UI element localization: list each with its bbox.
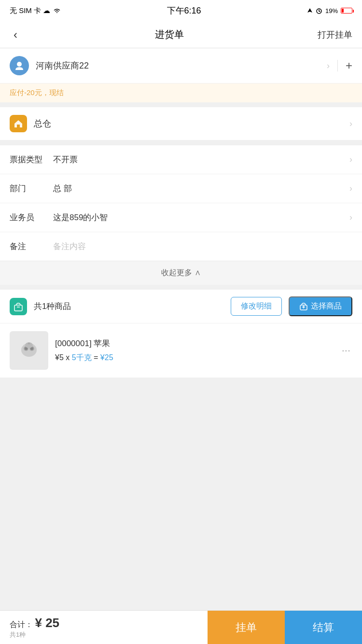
products-card: 共1种商品 修改明细 选择商品 bbox=[0, 290, 362, 378]
hang-button[interactable]: 挂单 bbox=[208, 611, 285, 644]
battery-icon bbox=[341, 8, 352, 14]
status-time: 下午6:16 bbox=[167, 5, 201, 16]
modify-detail-button[interactable]: 修改明细 bbox=[231, 297, 282, 316]
svg-line-3 bbox=[319, 11, 320, 12]
alarm-icon bbox=[316, 7, 322, 14]
total-row: 合计： ¥ 25 bbox=[10, 616, 198, 630]
dept-chevron-icon: › bbox=[349, 183, 352, 194]
battery-text: 19% bbox=[325, 7, 338, 14]
bottom-bar: 合计： ¥ 25 共1种 挂单 结算 bbox=[0, 610, 362, 644]
total-count: 共1种 bbox=[10, 630, 198, 639]
dept-row[interactable]: 部门 总 部 › bbox=[0, 174, 362, 203]
dept-value: 总 部 bbox=[48, 183, 349, 194]
sim-text: 无 SIM 卡 ☁ bbox=[10, 6, 50, 15]
product-info: [0000001] 苹果 ¥5 x 5千克 = ¥25 bbox=[55, 338, 333, 363]
total-amount: ¥ 25 bbox=[35, 616, 59, 630]
warehouse-chevron-icon: › bbox=[349, 119, 352, 129]
supplier-card: 河南供应商22 › + 应付-20元，现结 bbox=[0, 48, 362, 102]
svg-marker-0 bbox=[307, 8, 312, 13]
nav-bar: ‹ 进货单 打开挂单 bbox=[0, 21, 362, 48]
svg-rect-5 bbox=[17, 125, 20, 127]
owl-logo-icon bbox=[17, 336, 41, 361]
supplier-chevron-icon: › bbox=[327, 61, 330, 71]
page-title: 进货单 bbox=[155, 28, 184, 41]
staff-chevron-icon: › bbox=[349, 212, 352, 223]
product-name: [0000001] 苹果 bbox=[55, 338, 333, 349]
warehouse-card: 总仓 › bbox=[0, 107, 362, 140]
invoice-chevron-icon: › bbox=[349, 154, 352, 165]
wifi-icon bbox=[53, 8, 61, 14]
remark-input[interactable]: 备注内容 bbox=[48, 241, 352, 252]
dept-label: 部门 bbox=[10, 183, 48, 194]
status-bar: 无 SIM 卡 ☁ 下午6:16 19% bbox=[0, 0, 362, 21]
product-total: ¥25 bbox=[100, 353, 113, 362]
divider bbox=[337, 60, 338, 71]
warehouse-name: 总仓 bbox=[34, 118, 349, 129]
invoice-label: 票据类型 bbox=[10, 154, 48, 165]
remark-label: 备注 bbox=[10, 241, 48, 252]
checkout-button[interactable]: 结算 bbox=[285, 611, 362, 644]
total-label: 合计： bbox=[10, 620, 33, 629]
product-count: 共1种商品 bbox=[34, 301, 224, 312]
notice-text: 应付-20元，现结 bbox=[10, 88, 64, 97]
staff-row[interactable]: 业务员 这是859的小智 › bbox=[0, 203, 362, 232]
supplier-avatar bbox=[10, 56, 29, 75]
product-price: ¥5 x 5千克 = ¥25 bbox=[55, 353, 333, 363]
product-more-button[interactable]: ··· bbox=[340, 342, 352, 359]
remark-row[interactable]: 备注 备注内容 bbox=[0, 232, 362, 261]
product-thumb-icon bbox=[17, 336, 41, 364]
select-product-label: 选择商品 bbox=[311, 301, 342, 311]
invoice-value: 不开票 bbox=[48, 154, 349, 165]
staff-value: 这是859的小智 bbox=[48, 212, 349, 223]
svg-point-4 bbox=[17, 62, 22, 67]
supplier-name: 河南供应商22 bbox=[36, 60, 327, 71]
status-right: 19% bbox=[307, 7, 352, 14]
multiply-sign: x bbox=[66, 353, 71, 362]
product-item: [0000001] 苹果 ¥5 x 5千克 = ¥25 ··· bbox=[0, 323, 362, 378]
home-icon bbox=[14, 119, 23, 128]
svg-rect-6 bbox=[14, 305, 22, 311]
person-icon bbox=[14, 60, 25, 71]
form-card: 票据类型 不开票 › 部门 总 部 › 业务员 这是859的小智 › 备注 备注… bbox=[0, 145, 362, 285]
product-quantity: 5千克 bbox=[72, 353, 92, 362]
product-thumbnail bbox=[10, 331, 48, 370]
supplier-row[interactable]: 河南供应商22 › + bbox=[0, 48, 362, 84]
equals-sign: = bbox=[94, 353, 100, 362]
cart-icon bbox=[299, 302, 308, 311]
warehouse-row[interactable]: 总仓 › bbox=[0, 107, 362, 140]
select-product-button[interactable]: 选择商品 bbox=[289, 296, 352, 316]
product-code: [0000001] bbox=[55, 339, 92, 348]
warehouse-icon bbox=[10, 115, 27, 132]
price-value: ¥5 bbox=[55, 353, 64, 362]
location-icon bbox=[307, 8, 313, 14]
staff-label: 业务员 bbox=[10, 212, 48, 223]
collapse-button[interactable]: 收起更多 ∧ bbox=[0, 261, 362, 285]
content: 河南供应商22 › + 应付-20元，现结 总仓 › 票据类型 bbox=[0, 48, 362, 416]
invoice-row[interactable]: 票据类型 不开票 › bbox=[0, 145, 362, 174]
shopping-icon bbox=[13, 301, 24, 312]
hang-label: 挂单 bbox=[236, 620, 257, 635]
open-hang-button[interactable]: 打开挂单 bbox=[318, 29, 352, 41]
add-supplier-button[interactable]: + bbox=[346, 59, 352, 72]
total-section: 合计： ¥ 25 共1种 bbox=[0, 611, 208, 644]
status-left: 无 SIM 卡 ☁ bbox=[10, 6, 61, 15]
product-title: 苹果 bbox=[94, 339, 110, 348]
checkout-label: 结算 bbox=[313, 620, 334, 635]
collapse-label: 收起更多 ∧ bbox=[161, 268, 200, 277]
product-icon bbox=[10, 298, 27, 315]
back-button[interactable]: ‹ bbox=[10, 26, 21, 43]
notice-bar: 应付-20元，现结 bbox=[0, 84, 362, 102]
product-header: 共1种商品 修改明细 选择商品 bbox=[0, 290, 362, 323]
